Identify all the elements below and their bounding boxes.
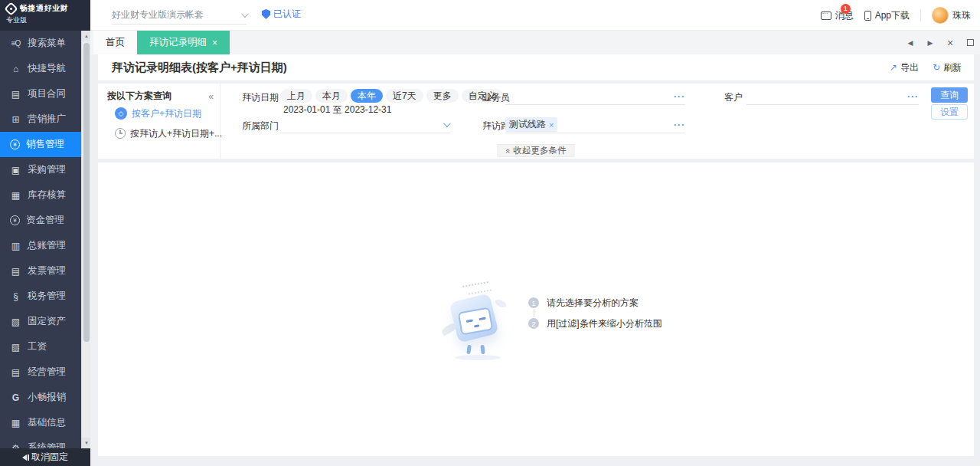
refresh-button[interactable]: ↻ 刷新: [933, 61, 962, 74]
route-tag-label: 测试线路: [509, 118, 546, 131]
more-options-icon[interactable]: ···: [907, 91, 919, 102]
messages-badge: 1: [841, 4, 851, 14]
preset-this-month[interactable]: 本月: [315, 89, 348, 103]
unpin-sidebar-button[interactable]: 取消固定: [0, 448, 90, 466]
page-title: 拜访记录明细表(按客户+拜访日期): [112, 61, 287, 75]
customer-input[interactable]: ···: [746, 88, 919, 105]
avatar: [932, 7, 949, 24]
sidebar-item-general-ledger[interactable]: ▥ 总账管理: [0, 233, 90, 258]
empty-state-illustration: [441, 277, 525, 362]
sidebar-item-label: 发票管理: [28, 264, 66, 277]
sidebar-item-label: 采购管理: [28, 163, 66, 176]
tab-scroll-left-icon[interactable]: ◀: [900, 31, 920, 54]
step-number-badge: 1: [528, 297, 539, 308]
sidebar-item-search-menu[interactable]: ≡Q 搜索菜单: [0, 31, 90, 56]
clipboard-icon: ▤: [10, 367, 21, 378]
chevron-down-icon: [443, 120, 451, 127]
remove-tag-icon[interactable]: ×: [549, 120, 554, 130]
sidebar-item-invoice[interactable]: ▤ 发票管理: [0, 258, 90, 284]
preset-last-month[interactable]: 上月: [280, 89, 312, 103]
messages-button[interactable]: 消息 1: [821, 9, 854, 22]
sidebar-item-label: 快捷导航: [28, 62, 66, 75]
scroll-up-icon[interactable]: ▲: [82, 31, 90, 41]
sidebar-item-operation[interactable]: ▤ 经营管理: [0, 359, 90, 385]
ledger-icon: ▥: [10, 241, 21, 251]
department-select[interactable]: [280, 116, 450, 133]
app-download-button[interactable]: App下载: [864, 9, 910, 22]
tab-controls: ◀ ▶ ×: [900, 31, 980, 54]
sidebar-item-quick-nav[interactable]: ⌂ 快捷导航: [0, 56, 90, 81]
sidebar: ≡Q 搜索菜单 ⌂ 快捷导航 ▤ 项目合同 ⊞ 营销推广 ¥ 销售管理 ▣ 采购…: [0, 31, 90, 448]
tab-home[interactable]: 首页: [93, 31, 137, 54]
main-area: 首页 拜访记录明细 × ◀ ▶ × 拜访记录明细表(按客户+拜访日期) ↗ 导出: [90, 31, 980, 466]
hint-step-1: 1 请先选择要分析的方案: [528, 297, 662, 309]
scheme-item-customer-date[interactable]: ◇ 按客户+拜访日期: [115, 106, 201, 121]
sidebar-item-label: 搜索菜单: [28, 37, 66, 50]
sales-icon: ¥: [10, 139, 20, 149]
sidebar-item-label: 资金管理: [26, 214, 64, 227]
query-button[interactable]: 查询: [931, 87, 968, 103]
more-options-icon[interactable]: ···: [674, 91, 685, 102]
close-icon[interactable]: ×: [212, 38, 217, 48]
brand-logo-icon: [4, 2, 18, 15]
visit-date-range[interactable]: 2023-01-01 至 2023-12-31: [283, 103, 391, 116]
sidebar-item-reimburse[interactable]: G 小畅报销: [0, 385, 90, 410]
scheme-item-label: 按客户+拜访日期: [132, 107, 201, 120]
tax-icon: §: [10, 291, 21, 302]
export-label: 导出: [900, 61, 919, 74]
scrollbar-thumb[interactable]: [83, 43, 90, 342]
scheme-item-label: 按拜访人+拜访日期+...: [130, 127, 222, 140]
tab-visit-record-detail[interactable]: 拜访记录明细 ×: [137, 31, 230, 54]
gear-icon: ⚙: [10, 443, 21, 449]
sidebar-item-inventory[interactable]: ▦ 库存核算: [0, 182, 90, 208]
sidebar-item-label: 工资: [28, 340, 47, 353]
scheme-item-visitor-date[interactable]: 按拜访人+拜访日期+...: [115, 126, 222, 141]
money-icon: ¥: [10, 215, 20, 225]
preset-more[interactable]: 更多: [426, 89, 459, 103]
preset-last-7-days[interactable]: 近7天: [386, 89, 423, 103]
user-menu[interactable]: 珠珠: [932, 7, 971, 24]
visit-route-input[interactable]: 测试线路 × ···: [505, 116, 685, 133]
export-button[interactable]: ↗ 导出: [890, 61, 919, 74]
sidebar-scrollbar[interactable]: ▲ ▼: [81, 31, 90, 448]
sidebar-item-fixed-assets[interactable]: ▧ 固定资产: [0, 309, 90, 334]
tab-label: 拜访记录明细: [149, 36, 207, 49]
collapse-more-conditions-button[interactable]: « 收起更多条件: [497, 144, 574, 157]
sidebar-item-marketing[interactable]: ⊞ 营销推广: [0, 107, 90, 132]
account-selector[interactable]: 好业财专业版演示帐套: [112, 6, 247, 25]
header-actions: ↗ 导出 ↻ 刷新: [890, 61, 962, 74]
phone-icon: [864, 11, 871, 21]
sidebar-item-project-contract[interactable]: ▤ 项目合同: [0, 81, 90, 107]
shopping-bag-icon: ▣: [10, 165, 21, 176]
preset-this-year[interactable]: 本年: [351, 89, 383, 103]
sidebar-item-funds[interactable]: ¥ 资金管理: [0, 208, 90, 233]
visit-date-label: 拜访日期: [242, 90, 279, 105]
route-tag[interactable]: 测试线路 ×: [505, 117, 557, 132]
tabbar: 首页 拜访记录明细 × ◀ ▶ ×: [90, 31, 980, 54]
report-empty-area: 1 请先选择要分析的方案 2 用[过滤]条件来缩小分析范围: [98, 162, 974, 456]
sidebar-item-sales-mgmt[interactable]: ¥ 销售管理: [0, 132, 90, 157]
sidebar-item-label: 基础信息: [28, 416, 66, 429]
app-window: 畅捷通好业财 专业版 好业财专业版演示帐套 已认证 消息 1 App下载: [0, 0, 980, 466]
hint-text: 用[过滤]条件来缩小分析范围: [547, 317, 662, 330]
sidebar-item-base-info[interactable]: ▦ 基础信息: [0, 410, 90, 435]
gift-icon: ⊞: [10, 114, 21, 125]
app-download-label: App下载: [875, 9, 910, 22]
settings-button[interactable]: 设置: [931, 104, 968, 120]
page-header: 拜访记录明细表(按客户+拜访日期) ↗ 导出 ↻ 刷新: [98, 54, 974, 80]
fullscreen-icon[interactable]: [960, 31, 980, 54]
close-all-tabs-icon[interactable]: ×: [940, 31, 960, 54]
salesperson-input[interactable]: ···: [505, 88, 685, 105]
sidebar-item-label: 系统管理: [28, 441, 66, 448]
verified-badge[interactable]: 已认证: [262, 8, 301, 21]
scroll-down-icon[interactable]: ▼: [82, 438, 90, 448]
collapse-panel-icon[interactable]: «: [208, 91, 214, 102]
sidebar-item-purchase-mgmt[interactable]: ▣ 采购管理: [0, 157, 90, 182]
scheme-cube-icon: ◇: [115, 107, 127, 120]
sidebar-item-salary[interactable]: ▨ 工资: [0, 334, 90, 359]
more-options-icon[interactable]: ···: [674, 120, 685, 130]
tab-scroll-right-icon[interactable]: ▶: [920, 31, 940, 54]
sidebar-item-tax[interactable]: § 税务管理: [0, 284, 90, 309]
sidebar-item-system[interactable]: ⚙ 系统管理: [0, 435, 90, 448]
scheme-panel-title: 按以下方案查询: [107, 90, 172, 103]
